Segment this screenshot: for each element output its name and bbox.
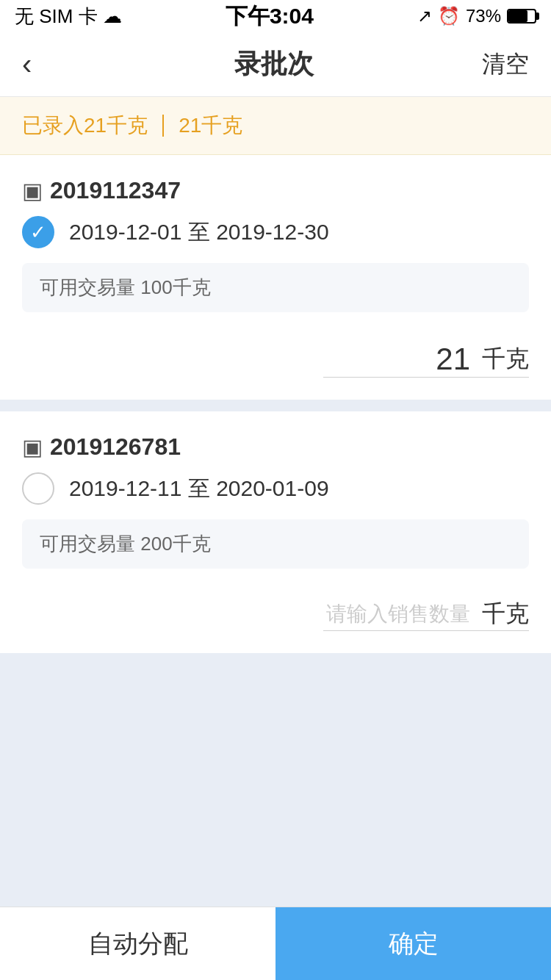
status-time: 下午3:04 bbox=[226, 1, 314, 32]
radio-2[interactable]: ✓ bbox=[22, 472, 54, 505]
quantity-unit-2: 千克 bbox=[482, 598, 529, 630]
batch-item-2: ▣ 2019126781 ✓ 2019-12-11 至 2020-01-09 可… bbox=[0, 411, 551, 653]
recorded-amount: 已录入21千克 bbox=[22, 112, 148, 140]
checkmark-1: ✓ bbox=[30, 221, 46, 244]
quantity-row-1: 21 千克 bbox=[22, 327, 529, 377]
nav-bar: ‹ 录批次 清空 bbox=[0, 32, 551, 97]
auto-distribute-button[interactable]: 自动分配 bbox=[0, 907, 276, 980]
radio-1[interactable]: ✓ bbox=[22, 216, 54, 248]
battery-percentage: 73% bbox=[466, 6, 501, 26]
info-banner: 已录入21千克 21千克 bbox=[0, 97, 551, 155]
status-bar: 无 SIM 卡 ☁ 下午3:04 ↗ ⏰ 73% bbox=[0, 0, 551, 32]
back-button[interactable]: ‹ bbox=[22, 48, 66, 81]
bottom-bar: 自动分配 确定 bbox=[0, 907, 551, 980]
sim-status: 无 SIM 卡 ☁ bbox=[15, 4, 122, 29]
alarm-icon: ⏰ bbox=[438, 6, 460, 26]
section-divider-2 bbox=[0, 653, 551, 665]
batch-item-1: ▣ 2019112347 ✓ 2019-12-01 至 2019-12-30 可… bbox=[0, 155, 551, 400]
batch-header-2: ▣ 2019126781 bbox=[22, 433, 529, 461]
batch-icon-2: ▣ bbox=[22, 434, 43, 460]
batch-date-2: 2019-12-11 至 2020-01-09 bbox=[69, 474, 329, 504]
batch-id-2: 2019126781 bbox=[50, 433, 181, 461]
confirm-button[interactable]: 确定 bbox=[276, 907, 551, 980]
batch-date-row-2: ✓ 2019-12-11 至 2020-01-09 bbox=[22, 472, 529, 505]
batch-avail-1: 可用交易量 100千克 bbox=[22, 263, 529, 312]
batch-id-1: 2019112347 bbox=[50, 177, 181, 204]
section-divider-1 bbox=[0, 400, 551, 411]
amount-value: 21千克 bbox=[179, 112, 242, 140]
clear-button[interactable]: 清空 bbox=[482, 48, 529, 81]
status-right: ↗ ⏰ 73% bbox=[417, 6, 536, 26]
batch-date-row-1: ✓ 2019-12-01 至 2019-12-30 bbox=[22, 216, 529, 248]
page-content: ▣ 2019112347 ✓ 2019-12-01 至 2019-12-30 可… bbox=[0, 155, 551, 980]
info-divider bbox=[162, 115, 164, 137]
batch-avail-2: 可用交易量 200千克 bbox=[22, 519, 529, 569]
quantity-placeholder-2[interactable]: 请输入销售数量 bbox=[326, 600, 470, 628]
quantity-unit-1: 千克 bbox=[482, 343, 529, 375]
page-title: 录批次 bbox=[234, 46, 314, 82]
batch-date-1: 2019-12-01 至 2019-12-30 bbox=[69, 217, 329, 248]
battery-icon bbox=[507, 9, 536, 24]
batch-header-1: ▣ 2019112347 bbox=[22, 177, 529, 204]
batch-icon-1: ▣ bbox=[22, 178, 43, 203]
quantity-value-1: 21 bbox=[436, 342, 470, 377]
location-icon: ↗ bbox=[417, 6, 432, 26]
quantity-row-2: 请输入销售数量 千克 bbox=[22, 583, 529, 630]
status-left: 无 SIM 卡 ☁ bbox=[15, 4, 122, 29]
